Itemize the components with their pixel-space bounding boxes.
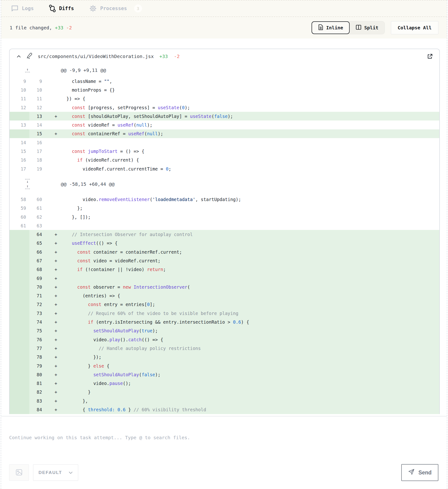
new-line-number: 83 [29, 396, 45, 405]
code-text: useEffect(() => { [66, 239, 439, 248]
image-icon [16, 469, 23, 477]
code-text: video.removeEventListener('loadedmetadat… [66, 195, 439, 204]
old-line-number [10, 265, 29, 274]
old-line-number: 9 [10, 77, 29, 85]
code-text: const container = containerRef.current; [66, 248, 439, 256]
new-line-number: 15 [29, 130, 45, 138]
diff-line-added: 71+ (entries) => { [10, 292, 439, 300]
diff-line-context: 99 className = "", [10, 77, 439, 85]
code-text: // Handle autoplay policy restrictions [66, 344, 439, 352]
old-line-number: 16 [10, 156, 29, 164]
diff-sign: + [45, 326, 66, 335]
old-line-number [10, 396, 29, 405]
new-line-number: 64 [29, 230, 45, 239]
diff-sign [45, 121, 66, 129]
new-line-number: 11 [29, 94, 45, 103]
code-text: } else { [66, 361, 439, 370]
hunk-expand-controls: ↑ [10, 64, 45, 77]
new-line-number: 63 [29, 221, 45, 230]
diff-line-added: 64+ // Intersection Observer for autopla… [10, 230, 439, 239]
new-line-number: 62 [29, 212, 45, 221]
hunk-header-text: @@ -9,9 +9,11 @@ [45, 64, 439, 77]
code-text: } [66, 388, 439, 396]
hunk-header-row: ↓↑@@ -58,15 +60,44 @@ [10, 173, 439, 195]
file-deletions: -2 [174, 54, 180, 59]
collapse-file-button[interactable] [17, 55, 21, 58]
diff-sign: + [45, 130, 66, 138]
diff-summary-bar: 1 file changed, +33 -2 Inline [1, 17, 447, 39]
gear-icon [89, 4, 97, 12]
new-line-number: 18 [29, 156, 45, 164]
expand-up-button[interactable]: ↑ [25, 68, 30, 73]
old-line-number [10, 318, 29, 326]
old-line-number [10, 370, 29, 379]
old-line-number [10, 274, 29, 283]
diff-line-added: 70+ const observer = new IntersectionObs… [10, 283, 439, 291]
code-text: if (entry.isIntersecting && entry.inters… [66, 318, 439, 326]
inline-view-button[interactable]: Inline [312, 21, 350, 34]
old-line-number [10, 361, 29, 370]
old-line-number [10, 335, 29, 344]
diff-scroll-region[interactable]: src/components/ui/VideoWithDecoration.js… [1, 39, 447, 416]
diff-sign: + [45, 379, 66, 388]
diff-sign: + [45, 344, 66, 352]
old-line-number: 12 [10, 103, 29, 112]
diff-sign [45, 77, 66, 85]
split-view-button[interactable]: Split [350, 21, 384, 34]
diff-sign: + [45, 300, 66, 309]
code-text: if (!container || !video) return; [66, 265, 439, 274]
code-text: // Require 60% of the video to be visibl… [66, 309, 439, 318]
old-line-number [10, 326, 29, 335]
model-selector-label: DEFAULT [39, 470, 62, 475]
new-line-number: 75 [29, 326, 45, 335]
process-count-badge: 3 [134, 4, 142, 12]
diff-line-added: 72+ const entry = entries[0]; [10, 300, 439, 309]
diff-line-added: 66+ const container = containerRef.curre… [10, 248, 439, 256]
hunk-expand-controls: ↓↑ [10, 173, 45, 195]
expand-up-button[interactable]: ↑ [25, 185, 30, 189]
old-line-number: 58 [10, 195, 29, 204]
additions-count: +33 [55, 25, 64, 31]
tab-processes[interactable]: Processes [89, 4, 127, 12]
code-text: const observer = new IntersectionObserve… [66, 283, 439, 291]
code-text: }; [66, 204, 439, 212]
model-selector[interactable]: DEFAULT [33, 464, 78, 481]
diff-line-context: 1416 [10, 138, 439, 147]
old-line-number [10, 353, 29, 361]
diff-line-context: 6163 [10, 221, 439, 230]
diff-line-context: 5860 video.removeEventListener('loadedme… [10, 195, 439, 204]
diff-sign: + [45, 265, 66, 274]
diff-sign: + [45, 405, 66, 414]
old-line-number [10, 309, 29, 318]
tab-diffs[interactable]: Diffs [49, 4, 74, 12]
diff-sign [45, 103, 66, 112]
new-line-number: 19 [29, 164, 45, 173]
diff-sign: + [45, 112, 66, 121]
diff-file-header: src/components/ui/VideoWithDecoration.js… [10, 49, 439, 64]
new-line-number: 84 [29, 405, 45, 414]
new-line-number: 9 [29, 77, 45, 85]
new-line-number: 16 [29, 138, 45, 147]
code-text: setShouldAutoPlay(true); [66, 326, 439, 335]
diff-sign [45, 204, 66, 212]
diff-line-context: 1517 const jumpToStart = () => { [10, 147, 439, 155]
code-text [66, 138, 439, 147]
new-line-number: 12 [29, 103, 45, 112]
expand-down-button[interactable]: ↓ [25, 179, 30, 183]
diff-line-added: 79+ } else { [10, 361, 439, 370]
send-button[interactable]: Send [401, 464, 438, 481]
tab-logs[interactable]: Logs [11, 5, 34, 12]
collapse-all-button[interactable]: Collapse All [391, 21, 439, 34]
open-file-external-button[interactable] [427, 54, 433, 59]
diff-file-card: src/components/ui/VideoWithDecoration.js… [9, 49, 440, 414]
old-line-number [10, 388, 29, 396]
old-line-number [10, 292, 29, 300]
diff-sign: + [45, 388, 66, 396]
diff-sign [45, 212, 66, 221]
diff-sign: + [45, 239, 66, 248]
composer-input[interactable]: Continue working on this task attempt...… [9, 435, 190, 440]
composer-toolbar: DEFAULT Send [9, 464, 438, 481]
diff-sign: + [45, 361, 66, 370]
attach-image-button[interactable] [9, 464, 29, 481]
diff-sign [45, 164, 66, 173]
